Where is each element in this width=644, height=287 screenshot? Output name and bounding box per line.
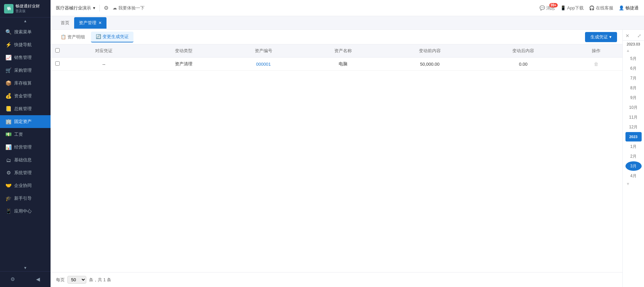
sidebar-item-0[interactable]: 🔍搜索菜单 xyxy=(0,26,51,38)
select-all-checkbox[interactable] xyxy=(55,48,60,53)
col-action: 操作 xyxy=(570,44,622,58)
sidebar: 畅 畅捷通好业财 普及版 ▲ 🔍搜索菜单⚡快捷导航📈销售管理🛒采购管理📦库存核算… xyxy=(0,0,51,287)
sidebar-settings-btn[interactable]: ⚙ xyxy=(8,274,17,284)
sidebar-item-9[interactable]: 📊经营管理 xyxy=(0,141,51,154)
messages-btn[interactable]: 💬 消息 99+ xyxy=(540,5,555,11)
nav-label-6: 总账管理 xyxy=(14,106,32,112)
experience-btn[interactable]: ☁ 我要体验一下 xyxy=(113,5,145,11)
nav-icon-9: 📊 xyxy=(5,144,11,150)
sidebar-item-14[interactable]: 📱应用中心 xyxy=(0,205,51,218)
per-page-label: 每页 xyxy=(56,277,65,283)
generate-voucher-button[interactable]: 生成凭证 ▾ xyxy=(585,32,617,42)
sub-tab-change-voucher[interactable]: 🔄 变更生成凭证 xyxy=(91,32,133,42)
tab-bar: 首页 资产管理 ✕ xyxy=(51,16,644,30)
total-label: 条，共 1 条 xyxy=(89,277,111,283)
nav-icon-14: 📱 xyxy=(5,208,11,214)
sidebar-item-12[interactable]: 🤝企业协同 xyxy=(0,179,51,192)
month-before-1[interactable]: 6月 xyxy=(625,64,642,73)
month-after-2[interactable]: 3月 xyxy=(625,161,642,171)
month-before-5[interactable]: 10月 xyxy=(625,103,642,112)
sidebar-logo: 畅 畅捷通好业财 普及版 xyxy=(0,0,51,18)
sidebar-item-5[interactable]: 💰资金管理 xyxy=(0,90,51,102)
sub-tab-asset-detail[interactable]: 📋 资产明细 xyxy=(56,32,90,42)
experience-label: 我要体验一下 xyxy=(118,5,145,11)
nav-icon-13: 🎓 xyxy=(5,195,11,201)
sidebar-item-2[interactable]: 📈销售管理 xyxy=(0,51,51,64)
expand-icon[interactable]: ⤢ xyxy=(637,33,641,38)
sidebar-item-11[interactable]: ⚙系统管理 xyxy=(0,166,51,179)
per-page-select[interactable]: 102050100 xyxy=(67,276,86,284)
user-name: 畅捷通 xyxy=(625,5,639,11)
cell-change-type-0: 资产清理 xyxy=(144,58,224,71)
headset-icon: 🎧 xyxy=(589,5,594,10)
col-voucher: 对应凭证 xyxy=(64,44,144,58)
month-before-0[interactable]: 5月 xyxy=(625,54,642,63)
sidebar-item-10[interactable]: 🗂基础信息 xyxy=(0,154,51,166)
nav-icon-5: 💰 xyxy=(5,93,11,99)
sidebar-scroll-down[interactable]: ▼ xyxy=(0,264,51,271)
user-icon: 👤 xyxy=(619,5,624,10)
pagination: 每页 102050100 条，共 1 条 xyxy=(51,272,622,287)
month-after-0[interactable]: 1月 xyxy=(625,142,642,151)
month-before-6[interactable]: 11月 xyxy=(625,113,642,122)
sidebar-item-3[interactable]: 🛒采购管理 xyxy=(0,64,51,77)
customer-service-btn[interactable]: 🎧 在线客服 xyxy=(589,5,613,11)
nav-label-3: 采购管理 xyxy=(14,67,32,73)
close-icon[interactable]: ✕ xyxy=(625,33,630,38)
sidebar-item-6[interactable]: 📒总账管理 xyxy=(0,102,51,115)
month-after-1[interactable]: 2月 xyxy=(625,152,642,161)
sidebar-item-4[interactable]: 📦库存核算 xyxy=(0,77,51,90)
col-asset-code: 资产编号 xyxy=(223,44,303,58)
table-header-row: 对应凭证 变动类型 资产编号 资产名称 变动前内容 变动后内容 操作 xyxy=(51,44,622,58)
nav-label-2: 销售管理 xyxy=(14,55,32,61)
user-menu[interactable]: 👤 畅捷通 xyxy=(619,5,639,11)
nav-icon-0: 🔍 xyxy=(5,29,11,35)
sidebar-scroll-up[interactable]: ▲ xyxy=(0,18,51,24)
messages-badge: 99+ xyxy=(549,3,558,7)
phone-icon: 📱 xyxy=(560,5,566,10)
row-checkbox-cell xyxy=(51,58,64,71)
date-panel-header: ✕ ⤢ xyxy=(623,31,644,41)
change-icon: 🔄 xyxy=(96,34,101,39)
nav-label-12: 企业协同 xyxy=(14,183,32,189)
tab-asset-management[interactable]: 资产管理 ✕ xyxy=(74,17,106,29)
sidebar-item-7[interactable]: 🏢固定资产 xyxy=(0,115,51,128)
date-scroll-down[interactable]: ▼ xyxy=(625,181,642,187)
tab-close-icon[interactable]: ✕ xyxy=(98,21,102,25)
settings-icon[interactable]: ⚙ xyxy=(104,5,109,11)
col-after: 变动后内容 xyxy=(477,44,570,58)
month-before-4[interactable]: 9月 xyxy=(625,93,642,102)
change-voucher-table: 对应凭证 变动类型 资产编号 资产名称 变动前内容 变动后内容 操作 -- xyxy=(51,44,622,71)
cell-asset-code-0: 000001 xyxy=(223,58,303,71)
nav-icon-6: 📒 xyxy=(5,106,11,112)
row-checkbox-0[interactable] xyxy=(55,61,60,66)
chevron-down-icon: ▾ xyxy=(93,5,95,10)
nav-label-13: 新手引导 xyxy=(14,195,32,201)
month-after-3[interactable]: 4月 xyxy=(625,171,642,181)
sidebar-item-8[interactable]: 💵工资 xyxy=(0,128,51,141)
list-icon: 📋 xyxy=(61,34,66,39)
sidebar-bottom: ⚙ ◀ xyxy=(0,271,51,287)
month-before-2[interactable]: 7月 xyxy=(625,73,642,83)
sidebar-item-13[interactable]: 🎓新手引导 xyxy=(0,192,51,205)
logo-edition: 普及版 xyxy=(16,9,40,13)
month-before-7[interactable]: 12月 xyxy=(625,122,642,132)
date-panel: ✕ ⤢ 2023.03▲5月6月7月8月9月10月11月12月20231月2月3… xyxy=(622,30,644,287)
company-selector[interactable]: 医疗器械行业演示 ▾ xyxy=(56,5,95,11)
date-scroll-up[interactable]: ▲ xyxy=(625,47,642,54)
year-badge[interactable]: 2023 xyxy=(625,132,642,141)
company-name: 医疗器械行业演示 xyxy=(56,5,91,11)
sidebar-item-1[interactable]: ⚡快捷导航 xyxy=(0,38,51,51)
select-all-header xyxy=(51,44,64,58)
nav-icon-4: 📦 xyxy=(5,80,11,86)
tab-home[interactable]: 首页 xyxy=(56,17,74,29)
cell-before-0: 50,000.00 xyxy=(383,58,477,71)
delete-icon-0[interactable]: 🗑 xyxy=(594,61,599,67)
app-download-btn[interactable]: 📱 App下载 xyxy=(560,5,584,11)
cell-voucher-0: -- xyxy=(64,58,144,71)
page-area: 📋 资产明细 🔄 变更生成凭证 生成凭证 ▾ xyxy=(51,30,644,287)
year-top-label: 2023.03 xyxy=(625,41,642,47)
cloud-icon: ☁ xyxy=(113,5,117,10)
sidebar-collapse-btn[interactable]: ◀ xyxy=(34,274,42,284)
month-before-3[interactable]: 8月 xyxy=(625,83,642,93)
